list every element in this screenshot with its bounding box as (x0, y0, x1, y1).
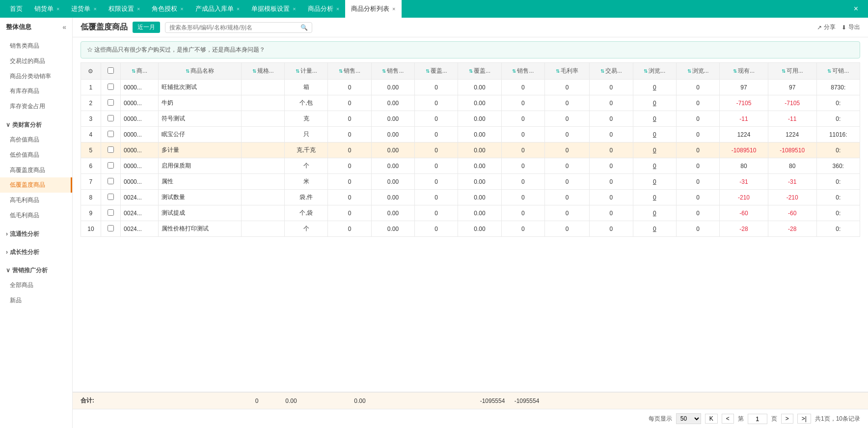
row-checkbox[interactable] (101, 127, 120, 143)
col-sales-qty[interactable]: ⇅销售... (328, 63, 371, 80)
row-checkbox[interactable] (101, 205, 120, 221)
row-select-checkbox[interactable] (108, 194, 114, 200)
col-transaction[interactable]: ⇅交易... (590, 63, 633, 80)
row-select-checkbox[interactable] (108, 131, 114, 137)
row-select-checkbox[interactable] (108, 209, 114, 216)
row-browse1[interactable]: 0 (633, 158, 676, 174)
period-button[interactable]: 近一月 (133, 22, 160, 33)
export-button[interactable]: ⬇ 导出 (841, 23, 860, 31)
row-checkbox[interactable] (101, 111, 120, 127)
col-coverage2[interactable]: ⇅覆盖... (458, 63, 501, 80)
row-available: -28 (768, 221, 816, 237)
col-spec[interactable]: ⇅规格... (241, 63, 284, 80)
close-icon[interactable]: × (56, 6, 59, 12)
row-checkbox[interactable] (101, 174, 120, 190)
sidebar-item-high-margin[interactable]: 高毛利商品 (0, 193, 72, 208)
prev-page-button[interactable]: < (722, 414, 734, 424)
col-available[interactable]: ⇅可用... (768, 63, 816, 80)
row-browse1[interactable]: 0 (633, 80, 676, 95)
sidebar-item-sales-products[interactable]: 销售类商品 (0, 38, 72, 54)
row-sales-qty: 0 (328, 205, 371, 221)
nav-template-settings[interactable]: 单据模板设置 × (245, 0, 301, 18)
row-checkbox[interactable] (101, 190, 120, 205)
row-select-checkbox[interactable] (108, 115, 114, 121)
row-select-checkbox[interactable] (108, 84, 114, 90)
col-code[interactable]: ⇅商... (121, 63, 159, 80)
per-page-select[interactable]: 50 20 100 200 (676, 413, 701, 424)
col-sales-data[interactable]: ⇅销售... (501, 63, 544, 80)
select-all-checkbox[interactable] (108, 67, 114, 74)
col-checkbox[interactable] (101, 63, 120, 80)
close-icon[interactable]: × (392, 6, 395, 12)
current-page-input[interactable] (748, 414, 767, 424)
next-page-button[interactable]: > (781, 414, 793, 424)
col-gross-margin[interactable]: ⇅毛利率 (544, 63, 589, 80)
last-page-button[interactable]: >| (797, 414, 811, 424)
nav-product-stock[interactable]: 产成品入库单 × (190, 0, 245, 18)
col-unit[interactable]: ⇅计量... (285, 63, 328, 80)
sidebar-item-inventory-capital[interactable]: 库存资金占用 (0, 99, 72, 114)
sidebar-item-stocked-products[interactable]: 有库存商品 (0, 84, 72, 99)
col-sellable[interactable]: ⇅可销... (816, 63, 860, 80)
first-page-button[interactable]: K (705, 414, 718, 424)
col-current-stock[interactable]: ⇅现有... (720, 63, 768, 80)
row-browse1[interactable]: 0 (633, 190, 676, 205)
nav-home[interactable]: 首页 (4, 0, 28, 18)
sidebar-item-low-coverage[interactable]: 低覆盖度商品 (0, 177, 72, 193)
nav-role-auth[interactable]: 角色授权 × (146, 0, 189, 18)
col-name[interactable]: ⇅商品名称 (159, 63, 242, 80)
nav-permissions[interactable]: 权限设置 × (103, 0, 146, 18)
row-checkbox[interactable] (101, 80, 120, 95)
search-input[interactable] (169, 24, 300, 31)
row-browse1[interactable]: 0 (633, 221, 676, 237)
row-trans: 0 (590, 95, 633, 111)
row-checkbox[interactable] (101, 95, 120, 111)
sidebar-section-liquidity-header[interactable]: › 流通性分析 (0, 227, 72, 241)
sidebar-section-marketing-header[interactable]: ∨ 营销推广分析 (0, 263, 72, 278)
close-icon[interactable]: × (237, 6, 240, 12)
row-browse1[interactable]: 0 (633, 127, 676, 143)
row-browse1[interactable]: 0 (633, 174, 676, 190)
sidebar-section-growth-header[interactable]: › 成长性分析 (0, 245, 72, 259)
window-close-button[interactable]: × (848, 4, 864, 13)
close-icon[interactable]: × (93, 6, 96, 12)
sidebar-item-high-coverage[interactable]: 高覆盖度商品 (0, 163, 72, 178)
nav-purchase-order[interactable]: 进货单 × (65, 0, 102, 18)
row-cov2: 0.00 (458, 95, 501, 111)
close-icon[interactable]: × (137, 6, 140, 12)
sidebar-item-all-products[interactable]: 全部商品 (0, 278, 72, 293)
close-icon[interactable]: × (180, 6, 183, 12)
sidebar-item-low-margin[interactable]: 低毛利商品 (0, 208, 72, 223)
nav-product-analysis[interactable]: 商品分析 × (302, 0, 345, 18)
row-checkbox[interactable] (101, 221, 120, 237)
col-browse1[interactable]: ⇅浏览... (633, 63, 676, 80)
col-browse2[interactable]: ⇅浏览... (676, 63, 719, 80)
sidebar-item-high-value[interactable]: 高价值商品 (0, 132, 72, 147)
col-coverage1[interactable]: ⇅覆盖... (415, 63, 458, 80)
row-browse1[interactable]: 0 (633, 95, 676, 111)
share-button[interactable]: ↗ 分享 (817, 23, 836, 31)
row-select-checkbox[interactable] (108, 99, 114, 106)
row-checkbox[interactable] (101, 158, 120, 174)
nav-product-analysis-list[interactable]: 商品分析列表 × (345, 0, 401, 18)
row-browse1[interactable]: 0 (633, 205, 676, 221)
sidebar-section-wealth-header[interactable]: ∨ 类财富分析 (0, 118, 72, 132)
close-icon[interactable]: × (293, 6, 296, 12)
close-icon[interactable]: × (336, 6, 339, 12)
sidebar-item-low-value[interactable]: 低价值商品 (0, 147, 72, 163)
col-sales-amt[interactable]: ⇅销售... (371, 63, 414, 80)
row-select-checkbox[interactable] (108, 178, 114, 184)
sidebar-item-new-products[interactable]: 新品 (0, 293, 72, 308)
row-select-checkbox[interactable] (108, 225, 114, 231)
sidebar-item-traded-products[interactable]: 交易过的商品 (0, 54, 72, 69)
search-icon[interactable]: 🔍 (300, 24, 308, 31)
row-select-checkbox[interactable] (108, 162, 114, 169)
row-checkbox[interactable] (101, 143, 120, 158)
row-select-checkbox[interactable] (108, 146, 114, 153)
row-browse1[interactable]: 0 (633, 143, 676, 158)
col-settings[interactable]: ⚙ (81, 63, 101, 80)
sidebar-collapse-button[interactable]: « (62, 23, 66, 31)
sidebar-item-category-activity[interactable]: 商品分类动销率 (0, 69, 72, 84)
nav-sales-order[interactable]: 销货单 × (28, 0, 65, 18)
row-browse1[interactable]: 0 (633, 111, 676, 127)
